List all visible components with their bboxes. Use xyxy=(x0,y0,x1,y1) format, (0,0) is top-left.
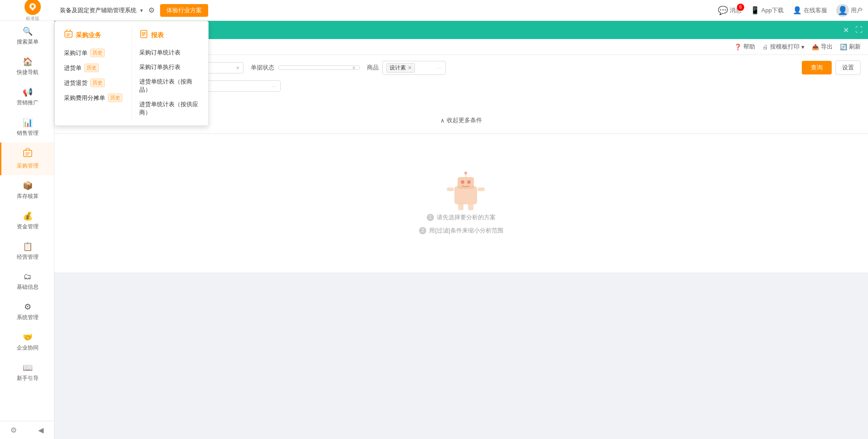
dropdown-item-receipt-stats-supplier[interactable]: 进货单统计表（按供应商） xyxy=(136,97,203,120)
salesperson-dots[interactable]: ··· xyxy=(272,83,277,89)
receipt-history-badge: 历史 xyxy=(84,64,99,72)
sidebar-item-cooperation[interactable]: 🤝 企业协同 xyxy=(0,327,54,357)
sales-icon: 📊 xyxy=(23,118,33,128)
po-history-badge: 历史 xyxy=(90,49,105,57)
sidebar-item-quick-nav[interactable]: 🏠 快捷导航 xyxy=(0,51,54,82)
sidebar-item-system[interactable]: ⚙ 系统管理 xyxy=(0,296,54,327)
po-stats-label: 采购订单统计表 xyxy=(139,49,180,57)
sidebar-item-guide[interactable]: 📖 新手引导 xyxy=(0,357,54,388)
industry-btn[interactable]: 体验行业方案 xyxy=(160,4,208,17)
dropdown-divider xyxy=(132,27,132,120)
sidebar-label-cooperation: 企业协同 xyxy=(17,344,39,352)
sidebar-bottom: ⚙ ◀ xyxy=(0,421,54,439)
export-btn[interactable]: 📤 导出 xyxy=(812,43,833,51)
sidebar-label-system: 系统管理 xyxy=(17,314,39,321)
dropdown-col-purchase-title: 采购业务 xyxy=(76,31,101,39)
dropdown-col-report: 报表 采购订单统计表 采购订单执行表 进货单统计表（按商品） 进货单统计表（按供… xyxy=(136,27,203,120)
sidebar-collapse-btn[interactable]: ◀ xyxy=(38,426,44,434)
dropdown-col-purchase: 采购业务 采购订单 历史 进货单 历史 进货退货 历史 采购费用分摊单 历史 xyxy=(60,27,128,120)
system-title-area: 装备及固定资产辅助管理系统 ▾ ⚙ 体验行业方案 xyxy=(60,4,718,17)
purchase-col-icon xyxy=(64,30,73,41)
goods-filter: 商品 设计素 ✕ ··· xyxy=(367,61,446,75)
svg-point-5 xyxy=(467,180,471,184)
cooperation-icon: 🤝 xyxy=(23,332,33,342)
goods-tag-value: 设计素 xyxy=(390,64,406,72)
marketing-icon: 📢 xyxy=(23,87,33,97)
sidebar-item-search[interactable]: 🔍 搜索菜单 xyxy=(0,21,54,51)
sidebar-item-basic-info[interactable]: 🗂 基础信息 xyxy=(0,266,54,296)
dropdown-item-po-stats[interactable]: 采购订单统计表 xyxy=(136,45,203,60)
po-label: 采购订单 xyxy=(64,49,88,57)
empty-illustration xyxy=(439,170,484,207)
user-item[interactable]: 👤 用户 xyxy=(836,4,863,17)
sidebar-item-purchase[interactable]: 采购管理 xyxy=(0,143,54,175)
empty-step-2-label: 用[过滤]条件来缩小分析范围 xyxy=(429,225,503,236)
sidebar-item-operation[interactable]: 📋 经营管理 xyxy=(0,236,54,266)
user-label: 用户 xyxy=(851,6,863,15)
svg-point-4 xyxy=(461,180,464,184)
return-history-badge: 历史 xyxy=(90,79,105,87)
refresh-label: 刷新 xyxy=(849,43,861,51)
sidebar-item-sales[interactable]: 📊 销售管理 xyxy=(0,112,54,143)
svg-point-11 xyxy=(464,172,467,174)
dropdown-item-po[interactable]: 采购订单 历史 xyxy=(60,45,128,60)
sidebar-settings-btn[interactable]: ⚙ xyxy=(10,426,17,434)
dropdown-columns: 采购业务 采购订单 历史 进货单 历史 进货退货 历史 采购费用分摊单 历史 xyxy=(60,27,203,120)
sidebar-item-finance[interactable]: 💰 资金管理 xyxy=(0,206,54,236)
system-title: 装备及固定资产辅助管理系统 xyxy=(60,6,137,15)
query-btn[interactable]: 查询 xyxy=(802,61,832,74)
export-label: 导出 xyxy=(821,43,833,51)
svg-rect-7 xyxy=(478,187,485,191)
basic-info-icon: 🗂 xyxy=(24,272,32,281)
svg-rect-1 xyxy=(24,150,32,157)
calendar-icon: ▾ xyxy=(236,64,239,71)
sidebar: 🔍 搜索菜单 🏠 快捷导航 📢 营销推广 📊 销售管理 采购管理 xyxy=(0,21,54,439)
return-label: 进货退货 xyxy=(64,79,88,87)
goods-dots: ··· xyxy=(437,64,442,71)
logo-subtitle: 标准版 xyxy=(26,15,39,22)
dropdown-item-expense[interactable]: 采购费用分摊单 历史 xyxy=(60,90,128,105)
help-label: 帮助 xyxy=(743,43,755,51)
tab-maximize-btn[interactable]: ⛶ xyxy=(853,24,864,36)
notification-item[interactable]: 💬 6 消息 xyxy=(718,5,741,15)
help-btn[interactable]: ❓ 帮助 xyxy=(734,43,755,51)
print-icon: 🖨 xyxy=(762,44,768,50)
collapse-label: 收起更多条件 xyxy=(447,116,482,124)
goods-input[interactable]: 设计素 ✕ ··· xyxy=(382,61,446,75)
sidebar-item-marketing[interactable]: 📢 营销推广 xyxy=(0,82,54,112)
message-icon: 💬 xyxy=(718,5,728,15)
doc-status-select[interactable]: ▾ xyxy=(278,65,360,70)
sidebar-label-marketing: 营销推广 xyxy=(17,99,39,107)
title-dropdown-icon[interactable]: ▾ xyxy=(140,7,143,14)
doc-status-dropdown-icon: ▾ xyxy=(352,64,356,71)
settings-icon[interactable]: ⚙ xyxy=(146,4,156,16)
guide-icon: 📖 xyxy=(23,363,33,373)
setting-btn[interactable]: 设置 xyxy=(835,60,861,75)
dropdown-item-po-exec[interactable]: 采购订单执行表 xyxy=(136,60,203,74)
sidebar-item-inventory[interactable]: 📦 库存核算 xyxy=(0,175,54,206)
empty-step-2: 2 用[过滤]条件来缩小分析范围 xyxy=(419,225,503,236)
print-dropdown-icon[interactable]: ▾ xyxy=(801,44,805,50)
service-icon: 👤 xyxy=(793,6,802,15)
online-service-item[interactable]: 👤 在线客服 xyxy=(793,6,827,15)
dropdown-item-receipt-stats-goods[interactable]: 进货单统计表（按商品） xyxy=(136,74,203,97)
operation-icon: 📋 xyxy=(23,242,33,252)
svg-rect-6 xyxy=(447,187,454,191)
finance-icon: 💰 xyxy=(23,211,33,221)
sidebar-label-operation: 经营管理 xyxy=(17,253,39,261)
dropdown-item-return[interactable]: 进货退货 历史 xyxy=(60,75,128,90)
doc-status-filter: 单据状态 ▾ xyxy=(251,64,360,72)
tab-close-window-btn[interactable]: ✕ xyxy=(841,24,851,36)
goods-tag-close[interactable]: ✕ xyxy=(408,65,412,71)
logo-area: 标准版 xyxy=(5,0,60,22)
dropdown-col-purchase-header: 采购业务 xyxy=(60,27,128,44)
refresh-btn[interactable]: 🔄 刷新 xyxy=(840,43,861,51)
collapse-conditions-btn[interactable]: ∧ 收起更多条件 xyxy=(440,116,482,124)
top-header: 标准版 装备及固定资产辅助管理系统 ▾ ⚙ 体验行业方案 💬 6 消息 📱 Ap… xyxy=(0,0,868,21)
salesperson-input[interactable]: ··· xyxy=(199,80,281,92)
search-icon: 🔍 xyxy=(23,26,33,36)
print-btn[interactable]: 🖨 按模板打印 ▾ xyxy=(762,43,805,51)
app-download-item[interactable]: 📱 App下载 xyxy=(751,6,784,15)
refresh-icon: 🔄 xyxy=(840,44,847,50)
dropdown-item-receipt[interactable]: 进货单 历史 xyxy=(60,60,128,75)
